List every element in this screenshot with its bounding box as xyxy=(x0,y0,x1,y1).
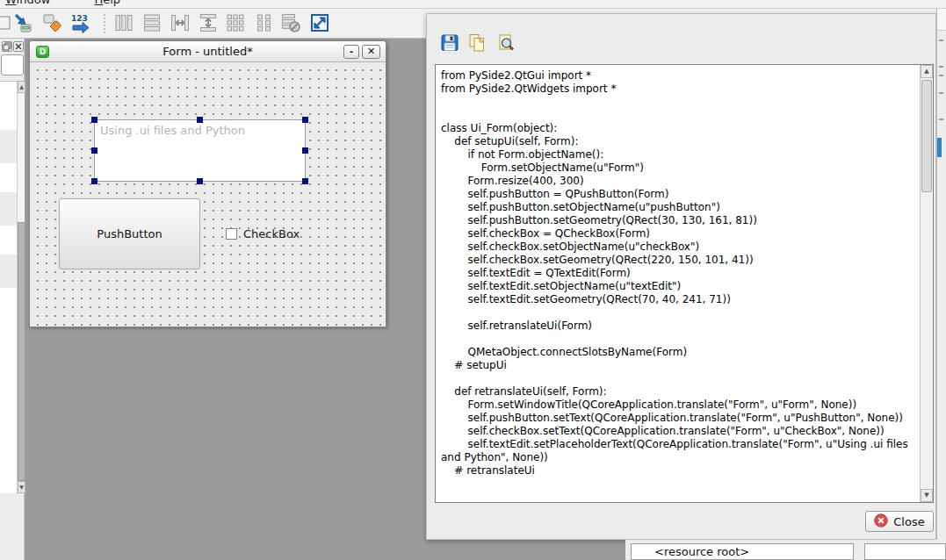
edit-buddies-icon xyxy=(42,12,63,36)
scroll-down-icon[interactable]: ▼ xyxy=(18,481,25,493)
find-icon xyxy=(495,32,516,56)
tree-branch-mark xyxy=(939,39,943,41)
widget-filter-input[interactable] xyxy=(1,54,24,75)
break-layout-button[interactable] xyxy=(279,11,302,36)
resource-list-box[interactable] xyxy=(864,543,946,560)
resource-root-label: <resource root> xyxy=(654,545,749,558)
edit-widgets-icon xyxy=(0,12,11,36)
find-code-button[interactable] xyxy=(495,32,517,55)
scroll-up-icon[interactable]: ▲ xyxy=(18,81,25,93)
selection-handle[interactable] xyxy=(91,147,97,154)
layout-vertical-icon xyxy=(141,12,162,36)
menubar: Window Help xyxy=(0,0,946,9)
selection-handle[interactable] xyxy=(302,117,308,123)
edit-signals-slots-icon xyxy=(12,12,33,36)
selection-handle[interactable] xyxy=(197,178,203,184)
adjust-size-button[interactable] xyxy=(308,11,331,36)
scrollbar-thumb[interactable] xyxy=(921,80,932,192)
selection-handle[interactable] xyxy=(197,117,203,123)
layout-form-button[interactable] xyxy=(253,11,276,36)
selection-handle[interactable] xyxy=(91,117,97,123)
tree-branch-mark xyxy=(939,66,943,68)
layout-splitter-horizontal-button[interactable] xyxy=(169,11,191,36)
textedit-placeholder: Using .ui files and Python xyxy=(100,124,245,137)
widget-box-list[interactable] xyxy=(0,81,17,493)
selection-handle[interactable] xyxy=(302,147,308,154)
form-editor-window: D Form - untitled* - ✕ Using .ui files a… xyxy=(29,40,386,327)
list-item[interactable] xyxy=(0,130,17,163)
code-scrollbar[interactable]: ▲ ▼ xyxy=(920,65,933,502)
tree-branch-mark xyxy=(939,118,943,120)
widget-box-scrollbar[interactable]: ▲ ▼ xyxy=(17,81,25,493)
menu-window[interactable]: Window xyxy=(5,0,50,6)
selection-handle[interactable] xyxy=(91,178,97,184)
checkbox-label: CheckBox xyxy=(243,227,300,241)
save-code-button[interactable] xyxy=(438,32,461,55)
list-item[interactable] xyxy=(0,255,17,288)
copy-code-button[interactable] xyxy=(466,32,488,55)
copy-icon xyxy=(466,32,487,56)
edit-signals-slots-button[interactable] xyxy=(11,11,34,36)
dock-close-button[interactable] xyxy=(13,41,24,52)
scroll-down-icon[interactable]: ▼ xyxy=(921,489,933,502)
edit-widgets-button[interactable] xyxy=(0,11,12,36)
edit-buddies-button[interactable] xyxy=(41,11,64,36)
edit-tab-order-button[interactable]: 123 xyxy=(69,11,92,36)
form-close-button[interactable]: ✕ xyxy=(362,45,380,59)
edit-tab-order-icon: 123 xyxy=(70,12,91,36)
layout-horizontal-button[interactable] xyxy=(112,11,135,36)
checkbox-widget[interactable]: CheckBox xyxy=(226,225,300,242)
tree-branch-mark xyxy=(939,92,943,94)
code-view[interactable]: from PySide2.QtGui import * from PySide2… xyxy=(435,64,934,503)
widget-box-panel: ▲ ▼ xyxy=(0,39,25,560)
right-edge-panel xyxy=(936,9,946,560)
tree-selection-highlight[interactable] xyxy=(937,138,942,157)
scroll-up-icon[interactable]: ▲ xyxy=(921,65,933,78)
view-code-dialog: from PySide2.QtGui import * from PySide2… xyxy=(426,13,936,540)
list-item[interactable] xyxy=(0,192,17,226)
svg-text:123: 123 xyxy=(71,14,88,23)
selection-handle[interactable] xyxy=(302,178,308,184)
right-panel-header xyxy=(937,9,946,31)
layout-form-icon xyxy=(254,12,275,36)
qt-designer-screen: { "menubar": { "items": [ { "label": "Wi… xyxy=(0,0,946,560)
resource-browser-panel: <resource root> xyxy=(625,540,946,560)
menu-help[interactable]: Help xyxy=(94,0,120,6)
adjust-size-icon xyxy=(309,12,330,36)
scrollbar-thumb[interactable] xyxy=(18,222,25,481)
layout-grid-icon xyxy=(225,12,246,36)
code-text[interactable]: from PySide2.QtGui import * from PySide2… xyxy=(441,69,919,477)
dock-close-icon xyxy=(14,40,23,54)
dock-float-icon xyxy=(3,40,11,54)
close-button-icon xyxy=(874,513,888,530)
toolbar-separator xyxy=(104,14,105,33)
close-button[interactable]: Close xyxy=(865,511,934,532)
break-layout-icon xyxy=(280,12,301,36)
form-window-title: Form - untitled* xyxy=(30,41,386,62)
pushbutton-widget[interactable]: PushButton xyxy=(59,198,200,269)
close-button-label: Close xyxy=(893,515,924,528)
layout-splitter-vertical-icon xyxy=(198,12,219,36)
layout-grid-button[interactable] xyxy=(224,11,247,36)
form-minimize-button[interactable]: - xyxy=(343,45,359,59)
resource-root-item[interactable]: <resource root> xyxy=(631,543,854,560)
form-window-titlebar[interactable]: D Form - untitled* - ✕ xyxy=(30,41,386,62)
form-canvas[interactable]: Using .ui files and Python PushButton Ch… xyxy=(30,62,386,327)
layout-horizontal-icon xyxy=(113,12,134,36)
pushbutton-label: PushButton xyxy=(97,227,162,241)
dock-float-button[interactable] xyxy=(2,41,12,52)
save-icon xyxy=(439,32,460,56)
textedit-widget[interactable]: Using .ui files and Python xyxy=(94,119,306,182)
layout-splitter-horizontal-icon xyxy=(170,12,191,36)
layout-splitter-vertical-button[interactable] xyxy=(197,11,220,36)
tree-branch-mark xyxy=(939,75,943,76)
layout-vertical-button[interactable] xyxy=(141,11,163,36)
checkbox-indicator[interactable] xyxy=(226,228,237,240)
